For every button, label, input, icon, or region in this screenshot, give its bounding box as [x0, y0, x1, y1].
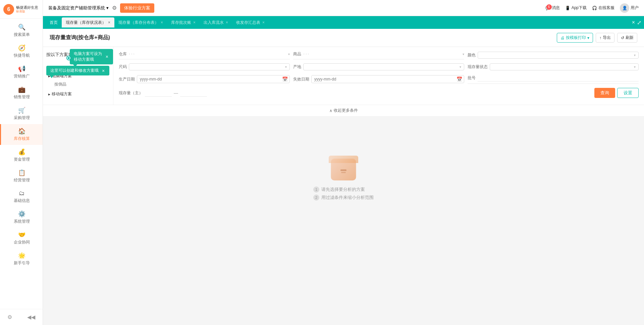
- sidebar-item-guide[interactable]: 🌟 新手引导: [0, 249, 43, 269]
- guide-indicator: [67, 56, 70, 60]
- expire-date-input[interactable]: [311, 75, 464, 83]
- calendar-icon: 📅: [282, 76, 288, 82]
- tab-label: 现存量（库存分布表）: [118, 20, 159, 25]
- tooltip-close-2[interactable]: ×: [101, 68, 105, 73]
- sidebar-item-search[interactable]: 🔍 搜索菜单: [0, 20, 43, 41]
- industry-btn[interactable]: 体验行业方案: [120, 3, 154, 13]
- enterprise-icon: 🤝: [18, 231, 25, 238]
- refresh-btn[interactable]: ↺ 刷新: [617, 33, 637, 43]
- user-area[interactable]: 👤 用户: [620, 3, 639, 13]
- field-warehouse: 仓库 ··· ▾: [119, 51, 290, 59]
- field-batch: 批号: [468, 74, 639, 84]
- field-size: 尺码 ▾: [119, 63, 290, 70]
- sidebar-item-basics[interactable]: 🗂 基础信息: [0, 186, 43, 207]
- message-badge: 6: [546, 4, 552, 10]
- scheme-tooltip-1: 电脑方案可设为移动方案哦 ×: [70, 49, 113, 67]
- produce-date-input[interactable]: [137, 75, 290, 83]
- tab-stock-dist[interactable]: 现存量（库存分布表） ×: [114, 17, 167, 28]
- filter-fields-area: 仓库 ··· ▾ 商品 ··· ▾ 颜色: [113, 47, 644, 105]
- tab-inout-flow[interactable]: 出入库流水 ×: [200, 17, 232, 28]
- collapse-sidebar-btn[interactable]: ◀◀: [26, 313, 37, 322]
- sidebar-item-purchase[interactable]: 🛒 采购管理: [0, 103, 43, 124]
- sidebar-item-label: 搜索菜单: [14, 32, 30, 38]
- color-select[interactable]: ▾: [478, 52, 639, 59]
- tab-close-icon[interactable]: ×: [226, 20, 228, 25]
- tab-home[interactable]: 首页: [46, 17, 62, 28]
- close-all-tabs-btn[interactable]: ×: [632, 19, 635, 26]
- size-select[interactable]: ▾: [129, 63, 290, 70]
- tooltip-text-2: 这里可以创建和修改方案哦: [50, 68, 99, 73]
- expire-date-wrap: 📅: [311, 75, 464, 83]
- empty-illustration: [322, 144, 365, 180]
- tab-label: 收发存汇总表: [236, 20, 260, 25]
- warehouse-dots: ···: [129, 51, 286, 57]
- empty-step-2: 2 用过滤条件来缩小分析范围: [313, 195, 374, 201]
- field-color: 颜色 ▾: [468, 51, 639, 59]
- stock-qty-to[interactable]: [180, 90, 207, 97]
- sidebar-item-sales[interactable]: 💼 销售管理: [0, 83, 43, 103]
- tab-bar-actions: × ⤢: [632, 19, 641, 26]
- batch-label: 批号: [468, 75, 476, 81]
- search-btn[interactable]: 查询: [594, 88, 615, 98]
- page-title: 现存量查询(按仓库+商品): [50, 34, 110, 41]
- reset-btn[interactable]: 设置: [617, 88, 639, 98]
- online-support-btn[interactable]: 🎧 在线客服: [592, 5, 614, 11]
- stock-qty-from[interactable]: [145, 90, 172, 97]
- tab-close-icon[interactable]: ×: [193, 20, 196, 25]
- user-avatar: 👤: [620, 3, 629, 13]
- sidebar-item-label: 新手引导: [14, 260, 30, 266]
- produce-date-label: 生产日期: [119, 76, 135, 82]
- chevron-right-icon: ▸: [48, 92, 50, 97]
- batch-input[interactable]: [478, 74, 639, 82]
- collapse-bar[interactable]: ∧ 收起更多条件: [43, 105, 644, 116]
- export-btn[interactable]: ↑ 导出: [596, 33, 614, 43]
- scheme-label: 移动端方案: [52, 91, 72, 97]
- sidebar-item-enterprise[interactable]: 🤝 企业协同: [0, 228, 43, 249]
- refresh-icon: ↺: [621, 36, 624, 40]
- phone-icon: 📱: [565, 6, 570, 10]
- messages-btn[interactable]: 💬 6 消息: [545, 5, 560, 11]
- tab-close-icon[interactable]: ×: [108, 20, 110, 25]
- guide-icon: 🌟: [18, 252, 25, 259]
- settings-bottom-icon[interactable]: ⚙: [6, 313, 13, 322]
- print-btn[interactable]: 🖨 按模板打印 ▾: [557, 33, 593, 43]
- tooltip-close-1[interactable]: ×: [105, 54, 109, 59]
- page-actions: 🖨 按模板打印 ▾ ↑ 导出 ↺ 刷新: [557, 33, 637, 43]
- tab-label: 库存批次账: [171, 20, 191, 25]
- sidebar-item-inventory[interactable]: 🏠 库存核算: [0, 124, 43, 145]
- expand-btn[interactable]: ⤢: [637, 19, 641, 26]
- dropdown-icon: ▾: [106, 5, 109, 10]
- scheme-item-bygoods[interactable]: 按倒品: [52, 80, 110, 89]
- tab-label: 现存量（库存状况表）: [66, 20, 106, 25]
- scheme-mobile[interactable]: ▸ 移动端方案: [46, 90, 110, 98]
- tab-stock-status[interactable]: 现存量（库存状况表） ×: [62, 17, 114, 28]
- tab-close-icon[interactable]: ×: [161, 20, 163, 25]
- field-origin: 产地 ▾: [293, 63, 464, 70]
- basics-icon: 🗂: [19, 190, 25, 197]
- chevron-down-icon: ▾: [634, 53, 636, 57]
- sidebar-bottom: ⚙ ◀◀: [0, 309, 43, 325]
- scheme-desktop-children: 按倒品: [46, 80, 110, 89]
- sidebar-item-operations[interactable]: 📋 经营管理: [0, 166, 43, 186]
- sidebar-item-marketing[interactable]: 📢 营销推广: [0, 62, 43, 83]
- top-header: 装备及固定资产辅助管理系统 ▾ ⚙ 体验行业方案 💬 6 消息 📱 App下载 …: [43, 0, 644, 16]
- sidebar-item-label: 营销推广: [14, 73, 30, 79]
- megaphone-icon: 📢: [18, 65, 25, 72]
- app-download-btn[interactable]: 📱 App下载: [565, 5, 587, 11]
- field-expire-date: 失效日期 📅: [293, 74, 464, 84]
- tooltip-green-2: 这里可以创建和修改方案哦 ×: [46, 66, 109, 75]
- tab-close-icon[interactable]: ×: [262, 20, 265, 25]
- header-settings-icon[interactable]: ⚙: [112, 5, 117, 11]
- tab-bar: 首页 现存量（库存状况表） × 现存量（库存分布表） × 库存批次账 × 出入库…: [43, 16, 644, 29]
- sidebar-item-quicknav[interactable]: 🧭 快捷导航: [0, 41, 43, 62]
- system-selector[interactable]: 装备及固定资产辅助管理系统 ▾: [48, 5, 109, 11]
- stock-status-select[interactable]: ▾: [490, 63, 639, 70]
- system-name-text: 装备及固定资产辅助管理系统: [48, 5, 105, 11]
- tab-batch-ledger[interactable]: 库存批次账 ×: [167, 17, 200, 28]
- tab-recv-summary[interactable]: 收发存汇总表 ×: [232, 17, 269, 28]
- logo-text: 畅捷通好生意 标准版: [16, 5, 38, 14]
- sidebar-item-finance[interactable]: 💰 资金管理: [0, 145, 43, 166]
- goods-dropdown-icon: ▾: [463, 52, 464, 56]
- sidebar-item-system[interactable]: ⚙️ 系统管理: [0, 207, 43, 228]
- origin-select[interactable]: ▾: [303, 63, 464, 70]
